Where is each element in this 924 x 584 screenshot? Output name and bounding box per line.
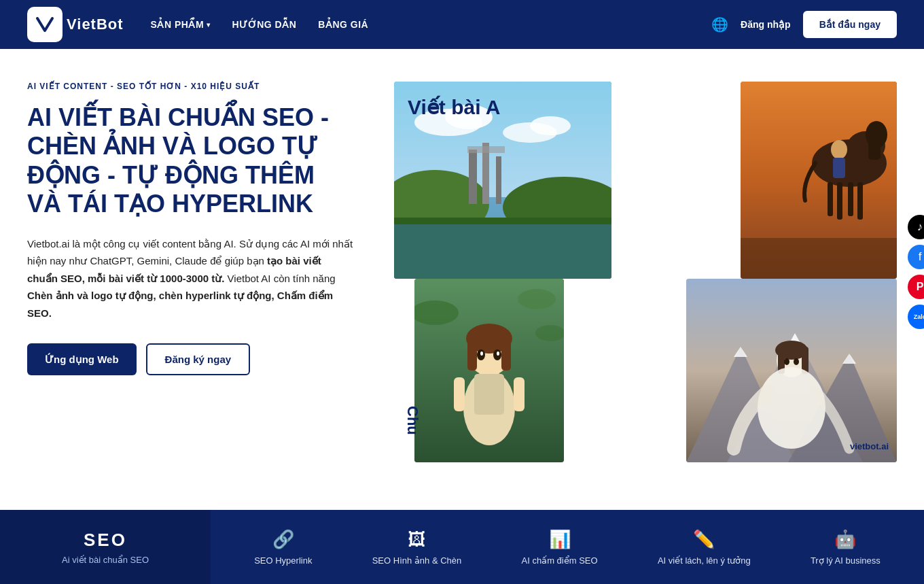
logo-text: VietBot [67, 16, 124, 33]
svg-rect-25 [833, 158, 845, 178]
mosaic-image-woman-horse [741, 82, 897, 279]
feature-seo-score-label: AI chấm điểm SEO [522, 555, 598, 566]
register-button[interactable]: Đăng ký ngay [146, 343, 251, 375]
nav-huong-dan[interactable]: HƯỚNG DẪN [232, 19, 297, 30]
logo[interactable]: VietBot [27, 7, 124, 42]
hero-buttons: Ứng dụng Web Đăng ký ngay [27, 343, 353, 375]
desc-bold2: Chèn ảnh và logo tự động, chèn hyperlink… [27, 290, 333, 319]
hero-section: AI VIẾT CONTENT - SEO TỐT HƠN - X10 HIỆU… [0, 49, 924, 489]
zalo-button[interactable]: Zalo [908, 305, 924, 329]
mosaic-image-anime-girl [414, 279, 564, 462]
svg-rect-10 [394, 224, 611, 279]
svg-rect-23 [857, 182, 863, 220]
chart-icon: 📊 [549, 529, 571, 550]
svg-point-30 [535, 325, 564, 341]
hero-left: AI VIẾT CONTENT - SEO TỐT HƠN - X10 HIỆU… [27, 82, 353, 375]
svg-rect-26 [741, 238, 897, 279]
nav-right: 🌐 Đăng nhập Bắt đầu ngay [711, 11, 897, 38]
pen-icon: ✏️ [693, 529, 715, 550]
mosaic-chu: Chu [404, 406, 421, 435]
pinterest-button[interactable]: P [908, 275, 924, 299]
mosaic-watermark: vietbot.ai [850, 441, 889, 451]
svg-point-24 [831, 140, 847, 159]
svg-rect-21 [837, 182, 842, 220]
svg-rect-11 [469, 150, 477, 204]
feature-hyperlink[interactable]: 🔗 SEO Hyperlink [254, 529, 312, 566]
svg-rect-22 [848, 182, 853, 216]
svg-rect-20 [828, 182, 833, 216]
bottom-strip: SEO Ai viết bài chuẩn SEO 🔗 SEO Hyperlin… [0, 510, 924, 584]
feature-image-label: SEO Hình ảnh & Chèn [372, 555, 462, 566]
tiktok-button[interactable]: ♪ [908, 215, 924, 239]
svg-point-55 [784, 358, 789, 365]
svg-rect-19 [868, 136, 881, 160]
svg-rect-40 [474, 374, 504, 415]
svg-point-39 [497, 351, 499, 356]
svg-rect-42 [514, 377, 525, 411]
chevron-down-icon: ▾ [207, 21, 211, 29]
seo-badge: SEO [84, 530, 127, 551]
navbar: VietBot SẢN PHẨM ▾ HƯỚNG DẪN BẢNG GIÁ 🌐 … [0, 0, 924, 49]
login-button[interactable]: Đăng nhập [741, 19, 791, 30]
hyperlink-icon: 🔗 [272, 529, 294, 550]
mosaic-label: Viết bài A [408, 95, 500, 119]
facebook-button[interactable]: f [908, 245, 924, 269]
strip-features: 🔗 SEO Hyperlink 🖼 SEO Hình ảnh & Chèn 📊 … [211, 510, 924, 584]
hero-tag: AI VIẾT CONTENT - SEO TỐT HƠN - X10 HIỆU… [27, 82, 353, 91]
feature-ai-business[interactable]: 🤖 Trợ lý AI business [811, 529, 881, 566]
logo-icon [27, 7, 63, 42]
social-sidebar: ♪ f P Zalo [908, 215, 924, 329]
svg-rect-13 [496, 156, 501, 204]
image-icon: 🖼 [408, 529, 425, 550]
nav-san-pham[interactable]: SẢN PHẨM ▾ [151, 19, 211, 30]
web-app-button[interactable]: Ứng dụng Web [27, 343, 137, 375]
svg-point-29 [518, 289, 556, 309]
robot-icon: 🤖 [834, 529, 856, 550]
feature-writing[interactable]: ✏️ AI viết lách, lên ý tưởng [658, 529, 751, 566]
nav-bang-gia[interactable]: BẢNG GIÁ [318, 19, 368, 30]
svg-rect-35 [501, 333, 511, 371]
feature-image[interactable]: 🖼 SEO Hình ảnh & Chèn [372, 529, 462, 566]
hero-mosaic: Viết bài A [394, 82, 897, 462]
seo-label: Ai viết bài chuẩn SEO [62, 555, 149, 565]
hero-title: AI VIẾT BÀI CHUẨN SEO - CHÈN ẢNH VÀ LOGO… [27, 103, 353, 219]
globe-icon[interactable]: 🌐 [711, 16, 728, 33]
svg-rect-14 [467, 146, 505, 153]
strip-seo: SEO Ai viết bài chuẩn SEO [0, 510, 211, 584]
hero-right: Viết bài A [394, 82, 897, 462]
feature-hyperlink-label: SEO Hyperlink [254, 555, 312, 566]
feature-ai-business-label: Trợ lý AI business [811, 555, 881, 566]
svg-point-38 [480, 351, 483, 356]
svg-point-56 [794, 358, 799, 365]
svg-point-5 [530, 116, 571, 135]
feature-seo-score[interactable]: 📊 AI chấm điểm SEO [522, 529, 598, 566]
svg-rect-41 [454, 377, 465, 411]
desc-mid: Vietbot AI còn tính năng [224, 273, 335, 284]
hero-description: Vietbot.ai là một công cụ viết content b… [27, 235, 353, 322]
nav-links: SẢN PHẨM ▾ HƯỚNG DẪN BẢNG GIÁ [151, 19, 712, 30]
svg-rect-0 [33, 13, 56, 36]
cta-button[interactable]: Bắt đầu ngay [803, 11, 897, 38]
feature-writing-label: AI viết lách, lên ý tưởng [658, 555, 751, 566]
mosaic-image-woman-white [686, 279, 897, 462]
svg-rect-34 [467, 333, 477, 371]
svg-point-54 [758, 367, 825, 449]
